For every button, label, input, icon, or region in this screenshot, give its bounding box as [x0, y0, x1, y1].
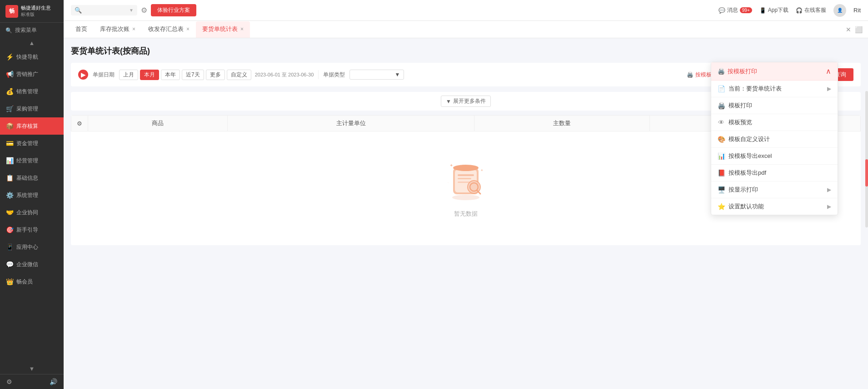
search-menu[interactable]: 🔍 搜索菜单 — [0, 23, 64, 38]
date-buttons: 上月 本月 本年 近7天 更多 自定义 2023-06-01 至 2023-06… — [119, 70, 314, 80]
expand-more-btn[interactable]: ▼ 展开更多条件 — [441, 96, 491, 107]
sidebar-item-basic[interactable]: 📋 基础信息 — [0, 169, 64, 187]
sidebar-item-member[interactable]: 👑 畅会员 — [0, 273, 64, 290]
topbar-search-input[interactable] — [84, 7, 129, 14]
sidebar-item-quick-nav[interactable]: ⚡ 快捷导航 — [0, 48, 64, 66]
sidebar-label-wechat: 企业微信 — [16, 261, 38, 268]
sidebar-item-finance[interactable]: 💳 资金管理 — [0, 135, 64, 152]
date-range-text: 2023-06-01 至 2023-06-30 — [255, 71, 314, 78]
sidebar-item-appstore[interactable]: 📱 应用中心 — [0, 238, 64, 256]
topbar-app-download[interactable]: 📱 App下载 — [759, 6, 788, 14]
sidebar-item-wechat[interactable]: 💬 企业微信 — [0, 256, 64, 273]
set-default-icon: ⭐ — [718, 203, 725, 210]
sidebar-label-sales: 销售管理 — [16, 88, 38, 96]
tab-receipt-summary-close[interactable]: × — [186, 26, 190, 32]
topbar-dropdown-icon[interactable]: ▼ — [129, 8, 134, 13]
template-print-icon: 🖨️ — [718, 102, 725, 109]
sidebar-item-inventory[interactable]: 📦 库存核算 — [0, 117, 64, 135]
sales-icon: 💰 — [5, 87, 14, 96]
user-avatar[interactable]: 👤 — [833, 4, 846, 17]
sidebar-item-purchase[interactable]: 🛒 采购管理 — [0, 100, 64, 117]
topbar-gear-icon[interactable]: ⚙ — [141, 6, 147, 15]
date-btn-last-month[interactable]: 上月 — [119, 70, 138, 80]
logo-icon: 畅 — [5, 5, 18, 18]
right-scrollbar[interactable] — [865, 91, 868, 227]
export-pdf-label: 按模板导出pdf — [728, 169, 766, 177]
tab-order-stats-close[interactable]: × — [240, 26, 244, 32]
current-template-label: 当前：要货单统计表 — [728, 85, 782, 93]
date-btn-this-month[interactable]: 本月 — [140, 70, 159, 80]
filter-toggle-button[interactable]: ▶ — [78, 70, 88, 80]
business-icon: 📊 — [5, 157, 14, 165]
date-btn-this-year[interactable]: 本年 — [161, 70, 180, 80]
sidebar-label-appstore: 应用中心 — [16, 243, 38, 251]
sidebar-scroll-up[interactable]: ▲ — [0, 38, 64, 48]
col-header-settings[interactable]: ⚙ — [71, 116, 88, 131]
sidebar-item-collab[interactable]: 🤝 企业协同 — [0, 204, 64, 221]
sidebar-scroll-down[interactable]: ▼ — [0, 364, 64, 374]
trial-button[interactable]: 体验行业方案 — [151, 4, 196, 16]
tab-receipt-summary[interactable]: 收发存汇总表 × — [142, 21, 196, 38]
sidebar-item-guide[interactable]: 🎯 新手引导 — [0, 221, 64, 238]
date-btn-more[interactable]: 更多 — [206, 70, 225, 80]
type-select-arrow: ▼ — [394, 71, 400, 78]
template-print-label: 模板打印 — [728, 101, 752, 110]
app-name: 畅捷通好生意 — [21, 5, 51, 11]
template-custom-icon: 🎨 — [718, 136, 725, 143]
user-name[interactable]: Rit — [853, 7, 861, 14]
print-export-excel-item[interactable]: 📊 按模板导出excel — [711, 148, 838, 165]
empty-text: 暂无数据 — [454, 210, 478, 218]
current-template-arrow: ▶ — [827, 86, 831, 92]
tab-inventory-batch[interactable]: 库存批次账 × — [94, 21, 142, 38]
template-preview-label: 模板预览 — [728, 118, 752, 126]
print-template-print-item[interactable]: 🖨️ 模板打印 — [711, 97, 838, 114]
quick-nav-icon: ⚡ — [5, 53, 14, 61]
collab-icon: 🤝 — [5, 208, 14, 217]
type-filter-label: 单据类型 — [323, 71, 345, 79]
sidebar-label-system: 系统管理 — [16, 192, 38, 199]
display-print-arrow: ▶ — [827, 187, 831, 193]
print-icon: 🖨️ — [687, 71, 693, 78]
customer-service-icon: 🎧 — [796, 7, 803, 14]
maximize-icon[interactable]: ⬜ — [855, 26, 863, 33]
app-logo: 畅 畅捷通好生意 标准版 — [0, 0, 64, 23]
print-display-print-item[interactable]: 🖥️ 按显示打印 ▶ — [711, 182, 838, 198]
display-print-icon: 🖥️ — [718, 186, 725, 193]
tab-order-stats-label: 要货单统计表 — [202, 25, 238, 33]
guide-icon: 🎯 — [5, 226, 14, 234]
svg-point-3 — [453, 165, 479, 171]
search-menu-label: 搜索菜单 — [15, 26, 37, 34]
wechat-icon: 💬 — [5, 260, 14, 268]
print-current-template-item[interactable]: 📄 当前：要货单统计表 ▶ — [711, 81, 838, 97]
print-template-custom-item[interactable]: 🎨 模板自定义设计 — [711, 131, 838, 148]
topbar-messages[interactable]: 💬 消息 99+ — [718, 6, 752, 14]
col-header-quantity: 主数量 — [474, 116, 649, 131]
set-default-arrow: ▶ — [827, 203, 831, 210]
close-window-icon[interactable]: ✕ — [846, 26, 851, 33]
print-dropdown-header-icon: 🖨️ — [718, 68, 725, 75]
date-btn-custom[interactable]: 自定义 — [227, 70, 251, 80]
print-dropdown-header[interactable]: 🖨️ 按模板打印 ∧ — [711, 62, 838, 81]
print-template-preview-item[interactable]: 👁 模板预览 — [711, 114, 838, 131]
sidebar-item-system[interactable]: ⚙️ 系统管理 — [0, 187, 64, 204]
sidebar-item-marketing[interactable]: 📢 营销推广 — [0, 66, 64, 83]
tab-home[interactable]: 首页 — [69, 21, 94, 38]
tabs-bar: 首页 库存批次账 × 收发存汇总表 × 要货单统计表 × ✕ ⬜ — [64, 21, 868, 38]
tab-order-stats[interactable]: 要货单统计表 × — [196, 21, 250, 38]
member-icon: 👑 — [5, 278, 14, 286]
appstore-icon: 📱 — [5, 243, 14, 251]
topbar-customer-service[interactable]: 🎧 在线客服 — [796, 6, 826, 14]
print-export-pdf-item[interactable]: 📕 按模板导出pdf — [711, 165, 838, 182]
sound-icon[interactable]: 🔊 — [50, 378, 57, 385]
topbar-search-wrap[interactable]: 🔍 ▼ — [71, 5, 137, 15]
print-set-default-item[interactable]: ⭐ 设置默认功能 ▶ — [711, 198, 838, 215]
tab-inventory-batch-close[interactable]: × — [132, 26, 135, 32]
date-btn-7days[interactable]: 近7天 — [182, 70, 204, 80]
settings-bottom-icon[interactable]: ⚙ — [6, 378, 12, 385]
sidebar-item-business[interactable]: 📊 经营管理 — [0, 152, 64, 169]
topbar-search-icon: 🔍 — [75, 7, 82, 14]
sidebar-item-sales[interactable]: 💰 销售管理 — [0, 83, 64, 100]
print-dropdown-close-icon[interactable]: ∧ — [826, 67, 831, 76]
scrollbar-thumb — [865, 159, 868, 187]
type-select[interactable]: ▼ — [349, 70, 404, 80]
